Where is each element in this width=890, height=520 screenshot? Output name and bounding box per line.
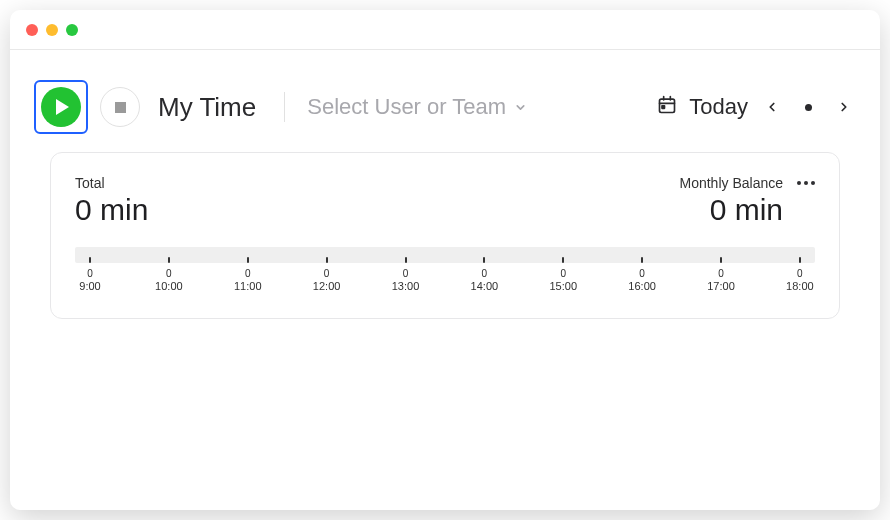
user-team-selector[interactable]: Select User or Team [307, 94, 527, 120]
tick-mark [168, 257, 170, 263]
stop-icon [115, 102, 126, 113]
toolbar: My Time Select User or Team Today [10, 50, 880, 152]
maximize-window-button[interactable] [66, 24, 78, 36]
svg-rect-4 [662, 106, 665, 109]
stop-timer-button[interactable] [100, 87, 140, 127]
tick-value: 0 [403, 269, 409, 279]
balance-stat: Monthly Balance 0 min [679, 175, 783, 227]
tick-time: 16:00 [628, 281, 656, 292]
tick-time: 9:00 [79, 281, 100, 292]
tick-time: 11:00 [234, 281, 262, 292]
timeline-track[interactable] [75, 247, 815, 263]
selector-placeholder: Select User or Team [307, 94, 506, 120]
tick-time: 14:00 [471, 281, 499, 292]
balance-stat-wrap: Monthly Balance 0 min [679, 175, 815, 227]
tick-mark [799, 257, 801, 263]
tick-time: 15:00 [549, 281, 577, 292]
tick-time: 18:00 [786, 281, 814, 292]
prev-day-button[interactable] [760, 95, 784, 119]
timeline-tick: 010:00 [154, 267, 184, 292]
timeline-tick: 017:00 [706, 267, 736, 292]
timeline-tick: 09:00 [75, 267, 105, 292]
tick-value: 0 [166, 269, 172, 279]
tick-value: 0 [87, 269, 93, 279]
date-navigation: Today [657, 94, 856, 120]
tick-mark [720, 257, 722, 263]
more-options-button[interactable] [797, 181, 815, 185]
timeline-ticks: 09:00010:00011:00012:00013:00014:00015:0… [75, 267, 815, 292]
date-label[interactable]: Today [689, 94, 748, 120]
divider [284, 92, 285, 122]
tick-mark [326, 257, 328, 263]
app-window: My Time Select User or Team Today [10, 10, 880, 510]
play-button-focus-ring [34, 80, 88, 134]
window-controls [26, 24, 78, 36]
tick-value: 0 [482, 269, 488, 279]
total-value: 0 min [75, 193, 148, 227]
next-day-button[interactable] [832, 95, 856, 119]
total-stat: Total 0 min [75, 175, 148, 227]
tick-value: 0 [639, 269, 645, 279]
start-timer-button[interactable] [41, 87, 81, 127]
tick-mark [641, 257, 643, 263]
today-button[interactable] [796, 95, 820, 119]
calendar-icon[interactable] [657, 95, 677, 119]
tick-value: 0 [324, 269, 330, 279]
balance-value: 0 min [679, 193, 783, 227]
tick-time: 12:00 [313, 281, 341, 292]
minimize-window-button[interactable] [46, 24, 58, 36]
tick-time: 10:00 [155, 281, 183, 292]
tick-value: 0 [560, 269, 566, 279]
tick-mark [562, 257, 564, 263]
titlebar [10, 10, 880, 50]
timeline-tick: 013:00 [391, 267, 421, 292]
dots-icon [797, 181, 801, 185]
play-icon [56, 99, 69, 115]
tick-time: 17:00 [707, 281, 735, 292]
tick-mark [247, 257, 249, 263]
time-summary-card: Total 0 min Monthly Balance 0 min 09:000… [50, 152, 840, 319]
timeline-tick: 015:00 [548, 267, 578, 292]
timeline-tick: 011:00 [233, 267, 263, 292]
chevron-down-icon [514, 101, 527, 114]
page-title: My Time [158, 92, 256, 123]
dot-icon [805, 104, 812, 111]
timeline-tick: 018:00 [785, 267, 815, 292]
total-label: Total [75, 175, 148, 191]
timeline-tick: 016:00 [627, 267, 657, 292]
balance-label: Monthly Balance [679, 175, 783, 191]
timeline-tick: 012:00 [312, 267, 342, 292]
timeline-tick: 014:00 [469, 267, 499, 292]
tick-value: 0 [797, 269, 803, 279]
tick-mark [89, 257, 91, 263]
tick-value: 0 [718, 269, 724, 279]
timeline: 09:00010:00011:00012:00013:00014:00015:0… [75, 247, 815, 292]
tick-time: 13:00 [392, 281, 420, 292]
tick-mark [405, 257, 407, 263]
stats-row: Total 0 min Monthly Balance 0 min [75, 175, 815, 227]
tick-value: 0 [245, 269, 251, 279]
close-window-button[interactable] [26, 24, 38, 36]
